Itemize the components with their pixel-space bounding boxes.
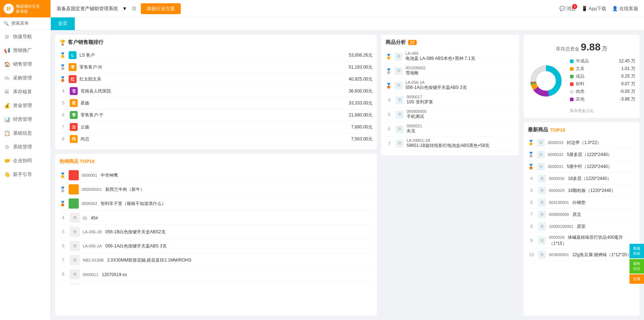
hot-products-list: 🥇 0000001 中华神鹰 🥈 000500001 新西兰牛肉（新牛） 🥉 0… <box>60 168 372 284</box>
legend-name: 文具 <box>576 66 619 72</box>
product-placeholder-img: 图 <box>395 67 403 75</box>
product-name: 056-1A白色按键开关盖ABS 3克 <box>105 243 167 249</box>
legend-value: 0.25 万 <box>621 73 635 79</box>
product-name: 中华神鹰 <box>101 173 118 178</box>
float-btn-2[interactable]: 直播 <box>629 274 644 284</box>
new-products-card: 最新商品 TOP10 🥇 图 0000033 封边带（1.0*22） 🥈 图 0… <box>523 122 640 316</box>
legend-color-dot <box>570 98 574 101</box>
new-product-img: 图 <box>538 175 546 182</box>
table-row: 5 星 星扬 33,333.00元 <box>60 97 372 109</box>
sidebar: 好 畅捷通好生意 标准版 🔍 搜索菜单 ⊞快捷导航📢营销推广🏠销售管理🛍采购管理… <box>0 0 51 320</box>
product-img <box>69 198 79 209</box>
customer-name: 零售客户·许 <box>80 64 346 70</box>
gear-icon[interactable]: ⚙ <box>131 5 136 12</box>
table-row: 🥉 图 LA-056-1A 056-1A白色按键开关盖ABS 3克 <box>386 78 515 93</box>
trial-button[interactable]: 体验行业方案 <box>141 3 181 14</box>
sidebar-item-资金管理[interactable]: 💰资金管理 <box>0 99 50 112</box>
product-code: 0000011 <box>83 272 98 277</box>
table-row: 🥇 图 LA-089 电池盖 LA-089 ABS本色+黑种 7.1克 <box>386 49 515 64</box>
new-product-img: 图 <box>538 210 546 218</box>
topbar: 装备及固定资产辅助管理系统 ▼ ⚙ 体验行业方案 💬 消息 6 📱 App下载 … <box>51 0 644 17</box>
sidebar-item-企业协同[interactable]: 🤝企业协同 <box>0 154 50 168</box>
new-product-img: 图 <box>538 222 546 230</box>
customer-badge: L <box>69 51 77 59</box>
nav-icon: ⚙ <box>4 144 10 150</box>
float-btn-1[interactable]: 服务社区 <box>629 259 644 274</box>
list-item: 8 图 0000011 12070519-xs <box>60 267 372 282</box>
new-product-name: 18颗粒板（1220*2440） <box>568 188 615 193</box>
sidebar-search[interactable]: 🔍 搜索菜单 <box>0 17 50 30</box>
product-code: LA-056-1A <box>83 244 102 248</box>
product-name: 2.0X30MM双搓花轴,搓花直径2.1MM/ROHS <box>107 258 191 263</box>
legend-value: 0.07 万 <box>621 81 635 87</box>
float-btn-0[interactable]: 客服热线 <box>629 244 644 258</box>
bronze-medal-icon: 🥉 <box>386 83 392 89</box>
product-name: 10S 变利罗浆 <box>407 99 515 105</box>
list-item: 10 图 003800001 22g鱼豆腐·烧烤味（1*12*20） <box>528 249 635 261</box>
nav-icon: 📊 <box>4 116 10 123</box>
gold-medal-icon: 🥇 <box>60 172 66 178</box>
product-name: 新西兰牛肉（新牛） <box>105 187 144 192</box>
customer-badge: 苍 <box>70 87 78 95</box>
customer-badge: 红 <box>69 75 77 83</box>
product-placeholder-img: 图 <box>396 111 404 119</box>
new-product-img: 图 <box>537 163 545 171</box>
list-item: 9 图 KK-SD22110H 花语萌恒温分腿睡袋（厚款） <box>60 282 372 284</box>
sidebar-item-库存核算[interactable]: 🏛库存核算 <box>0 85 50 99</box>
list-item: 6 图 004100001 白钢垫 <box>528 197 635 209</box>
sidebar-nav: ⊞快捷导航📢营销推广🏠销售管理🛍采购管理🏛库存核算💰资金管理📊经营管理📋基础信息… <box>0 30 50 320</box>
new-product-img: 图 <box>538 186 546 194</box>
app-download-button[interactable]: 📱 App下载 <box>582 5 606 12</box>
online-service-button[interactable]: 👤 在线客服 <box>612 5 638 12</box>
mid-ranking-card: 商品分析 27 🥇 图 LA-089 电池盖 LA-089 ABS本色+黑种 7… <box>381 35 519 155</box>
product-code: LA-056-1A <box>405 80 515 85</box>
list-item: 🥈 图 0000032 5厘多层（1220*2440） <box>528 149 635 161</box>
product-img-placeholder: 图 <box>70 213 80 223</box>
silver-medal-icon: 🥈 <box>60 186 66 192</box>
nav-icon: 👋 <box>4 171 10 178</box>
list-item: 🥈 000500001 新西兰牛肉（新牛） <box>60 182 372 197</box>
product-name: 056-1B白色按键开关盒ABS2克 <box>105 229 165 234</box>
product-img <box>69 170 79 180</box>
tab-home[interactable]: 首页 <box>51 17 75 30</box>
right-panel: 库存总资金 9.88 万 <box>523 35 640 316</box>
content-area: 🏆 客户销售额排行 🥇 L LS 客户 53,006.26元 🥈 零 零售客户·… <box>51 30 644 320</box>
sidebar-item-系统管理[interactable]: ⚙系统管理 <box>0 140 50 154</box>
inventory-card: 库存总资金 9.88 万 <box>523 35 640 118</box>
sidebar-item-销售管理[interactable]: 🏠销售管理 <box>0 57 50 71</box>
customer-ranking-card: 🏆 客户销售额排行 🥇 L LS 客户 53,006.26元 🥈 零 零售客户·… <box>55 35 377 149</box>
customer-amount: 51,183.00元 <box>349 64 372 70</box>
new-product-img: 图 <box>537 151 545 159</box>
sidebar-item-快捷导航[interactable]: ⊞快捷导航 <box>0 30 50 44</box>
legend-color-dot <box>570 90 574 94</box>
customer-name: 尚总 <box>81 136 348 142</box>
customer-amount: 21,680.00元 <box>349 112 372 118</box>
sidebar-item-新手引导[interactable]: 👋新手引导 <box>0 168 50 181</box>
nav-icon: 🤝 <box>4 157 10 164</box>
new-product-img: 图 <box>538 237 546 245</box>
logo-text: 畅捷通好生意 标准版 <box>16 4 40 14</box>
table-row: 🥈 零 零售客户·许 51,183.00元 <box>60 61 372 73</box>
new-product-name: 封边带（1.0*22） <box>567 140 601 145</box>
legend-name: 成品 <box>576 73 619 79</box>
sidebar-item-经营管理[interactable]: 📊经营管理 <box>0 112 50 126</box>
sidebar-item-采购管理[interactable]: 🛍采购管理 <box>0 71 50 85</box>
topbar-dropdown[interactable]: ▼ <box>122 6 127 11</box>
message-button[interactable]: 💬 消息 6 <box>559 5 576 12</box>
product-img-placeholder: 图 <box>70 227 80 237</box>
table-row: 🥇 L LS 客户 53,006.26元 <box>60 49 372 61</box>
sidebar-item-基础信息[interactable]: 📋基础信息 <box>0 126 50 140</box>
legend-value: -0.05 万 <box>620 89 635 95</box>
new-product-img: 图 <box>538 251 546 259</box>
hot-products-card: 热销商品 TOP10 🥇 0000001 中华神鹰 🥈 000500001 新西… <box>55 154 377 316</box>
new-product-name: 原室 <box>577 224 586 229</box>
sidebar-item-营销推广[interactable]: 📢营销推广 <box>0 44 50 57</box>
list-item: 🥉 0000002 智利车子里（规格不知道填什么） <box>60 197 372 211</box>
product-name: 智利车子里（规格不知道填什么） <box>101 201 166 206</box>
product-name: 手机测试 <box>407 114 515 120</box>
new-product-img: 图 <box>537 139 545 147</box>
table-row: 🥈 图 001000002 雪地靴 <box>386 64 515 78</box>
new-product-name: 18多层（1220*2440） <box>568 176 611 181</box>
mid-ranking-list: 🥇 图 LA-089 电池盖 LA-089 ABS本色+黑种 7.1克 🥈 图 … <box>386 49 515 151</box>
list-item: 5 图 LA-056-1B 056-1B白色按键开关盒ABS2克 <box>60 225 372 239</box>
